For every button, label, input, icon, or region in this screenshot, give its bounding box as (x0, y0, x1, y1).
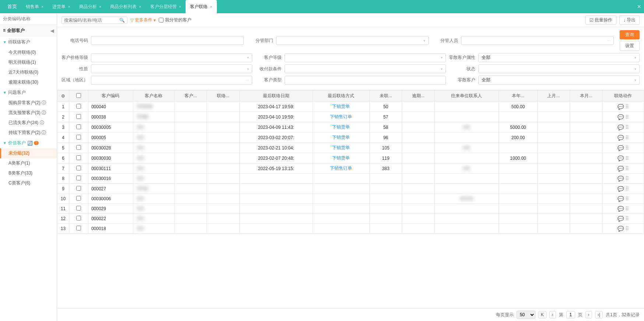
more-icon[interactable]: ⠿ (625, 135, 629, 141)
last-way-link[interactable]: 下销货单 (332, 135, 350, 140)
sidebar-item-7days-pending[interactable]: 近7天待联络(0) (0, 67, 57, 77)
row-checkbox[interactable] (69, 143, 88, 153)
row-select-checkbox[interactable] (76, 114, 81, 119)
first-page-button[interactable]: K (538, 311, 546, 318)
row-checkbox[interactable] (69, 153, 88, 163)
my-customers-check[interactable] (159, 18, 163, 22)
th-settings[interactable]: ⚙ (57, 91, 69, 102)
row-checkbox[interactable] (69, 122, 88, 133)
row-checkbox[interactable] (69, 194, 88, 204)
close-window-button[interactable]: × (637, 3, 641, 11)
more-icon[interactable]: ⠿ (625, 166, 629, 172)
tab-product-analysis-list[interactable]: 商品分析列表 × (106, 0, 145, 13)
chat-icon[interactable]: 💬 (617, 135, 624, 141)
price-level-input[interactable]: ▾ (91, 53, 252, 62)
last-way-link[interactable]: 下销售订单 (330, 166, 352, 171)
th-checkbox[interactable] (69, 91, 88, 102)
sidebar-item-today-pending[interactable]: 今天待联络(0) (0, 47, 57, 57)
row-checkbox[interactable] (69, 204, 88, 214)
tab-product-analysis[interactable]: 商品分析 × (75, 0, 106, 13)
select-all-checkbox[interactable] (76, 93, 81, 98)
more-icon[interactable]: ⠿ (625, 124, 629, 130)
close-icon[interactable]: × (139, 4, 141, 9)
chat-icon[interactable]: 💬 (617, 104, 624, 110)
chat-icon[interactable]: 💬 (617, 166, 624, 172)
sidebar-all-customers[interactable]: ⠿ 全部客户 ◀ (0, 25, 57, 37)
row-select-checkbox[interactable] (76, 186, 81, 191)
more-icon[interactable]: ⠿ (625, 155, 629, 161)
phone-input[interactable] (91, 36, 244, 45)
close-icon[interactable]: × (210, 4, 212, 9)
search-input[interactable] (64, 18, 119, 23)
row-checkbox[interactable] (69, 133, 88, 143)
prev-page-button[interactable]: ‹ (549, 311, 556, 318)
last-page-button[interactable]: ›| (595, 311, 603, 318)
row-select-checkbox[interactable] (76, 135, 81, 140)
tab-customer-tiering[interactable]: 客户分层经营 × (146, 0, 186, 13)
chat-icon[interactable]: 💬 (617, 186, 624, 192)
export-button[interactable]: ↓ 导出 (619, 15, 640, 25)
more-icon[interactable]: ⠿ (625, 145, 629, 151)
tab-customer-contact[interactable]: 客户联络 × (186, 0, 217, 13)
last-way-link[interactable]: 下销货单 (332, 124, 350, 130)
more-icon[interactable]: ⠿ (625, 104, 629, 110)
sidebar-item-overdue-pending[interactable]: 逾期未联络(30) (0, 77, 57, 87)
last-way-link[interactable]: 下销货单 (332, 155, 350, 160)
sidebar-item-declining[interactable]: 持续下滑客户(2) ⓘ (0, 128, 57, 138)
search-icon[interactable]: 🔍 (119, 18, 125, 23)
sidebar-group-problem[interactable]: ▼ 问题客户 (0, 87, 57, 98)
row-select-checkbox[interactable] (76, 124, 81, 129)
gender-input[interactable]: ▾ (91, 64, 252, 73)
row-checkbox[interactable] (69, 184, 88, 194)
next-page-button[interactable]: › (585, 311, 592, 318)
close-icon[interactable]: × (68, 4, 70, 9)
row-checkbox[interactable] (69, 163, 88, 174)
status-input[interactable]: ▾ (478, 64, 640, 73)
reset-button[interactable]: 设置 (620, 41, 640, 51)
chat-icon[interactable]: 💬 (617, 196, 624, 202)
sidebar-item-churned[interactable]: 已流失客户(24) ⓘ (0, 118, 57, 128)
my-customers-checkbox[interactable]: 我分管的客户 (159, 17, 191, 23)
chat-icon[interactable]: 💬 (617, 114, 624, 120)
row-select-checkbox[interactable] (76, 226, 81, 230)
sidebar-item-b-class[interactable]: B类客户(33) (0, 168, 57, 178)
zero-customer-input[interactable]: 全部▾ (478, 75, 640, 85)
sidebar-search-input[interactable] (3, 16, 57, 21)
row-checkbox[interactable] (69, 112, 88, 122)
sidebar-group-pending[interactable]: ▼ 待联络客户 (0, 37, 57, 47)
chat-icon[interactable]: 💬 (617, 216, 624, 222)
sidebar-item-tomorrow-pending[interactable]: 明天待联络(1) (0, 57, 57, 67)
row-select-checkbox[interactable] (76, 176, 81, 180)
per-page-select[interactable]: 50 100 200 (517, 311, 535, 319)
sidebar-item-c-class[interactable]: C类客户(6) (0, 178, 57, 188)
zero-attr-input[interactable]: 全部▾ (478, 53, 640, 62)
close-icon[interactable]: × (179, 4, 181, 9)
chat-icon[interactable]: 💬 (617, 124, 624, 130)
more-conditions-button[interactable]: ▽ 更多条件 ▾ (130, 17, 156, 23)
row-select-checkbox[interactable] (76, 216, 81, 221)
row-checkbox[interactable] (69, 224, 88, 234)
person-input[interactable]: ··· (461, 36, 614, 45)
tab-home[interactable]: 首页 (3, 0, 21, 13)
sidebar-item-a-class[interactable]: A类客户(1) (0, 158, 57, 168)
last-way-link[interactable]: 下销货单 (332, 145, 350, 150)
more-icon[interactable]: ⠿ (625, 176, 629, 181)
refresh-icon[interactable]: 🔄 (27, 141, 33, 146)
chat-icon[interactable]: 💬 (617, 155, 624, 161)
row-checkbox[interactable] (69, 174, 88, 184)
row-select-checkbox[interactable] (76, 104, 81, 109)
customer-level-input[interactable]: ▾ (285, 53, 446, 62)
last-way-link[interactable]: 下销售订单 (330, 114, 352, 119)
row-select-checkbox[interactable] (76, 166, 81, 170)
tab-purchase-order[interactable]: 进货单 × (48, 0, 74, 13)
dept-input[interactable]: ▾ (276, 36, 429, 45)
chat-icon[interactable]: 💬 (617, 226, 624, 232)
row-select-checkbox[interactable] (76, 196, 81, 201)
row-checkbox[interactable] (69, 102, 88, 112)
sidebar-item-churn-warning[interactable]: 流失预警客户(3) ⓘ (0, 108, 57, 118)
chat-icon[interactable]: 💬 (617, 176, 624, 181)
row-select-checkbox[interactable] (76, 155, 81, 160)
more-icon[interactable]: ⠿ (625, 114, 629, 120)
last-way-link[interactable]: 下销货单 (332, 104, 350, 109)
region-input[interactable]: ··· (91, 76, 252, 85)
